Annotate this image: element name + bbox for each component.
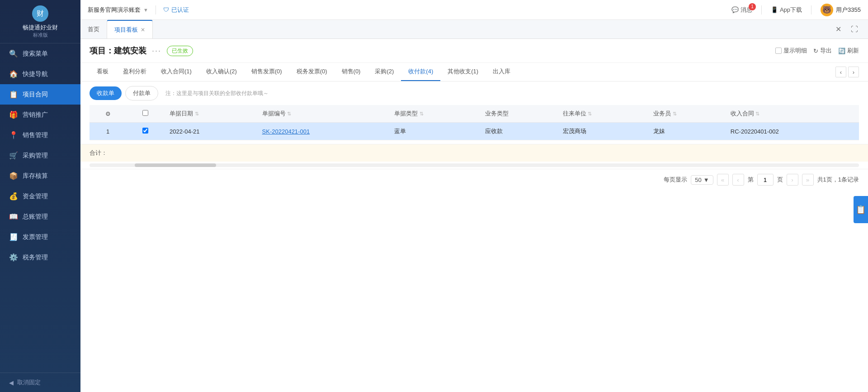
row-number-link[interactable]: SK-20220421-001 [262,128,310,135]
row-income-contract: RC-20220401-002 [725,123,859,140]
subnav: 看板 盈利分析 收入合同(1) 收入确认(2) 销售发票(0) 税务发票(0) … [80,63,868,81]
sort-icon[interactable]: ⇅ [755,111,760,116]
sidebar-logo: 财 畅捷通好业财 标准版 [0,0,80,43]
sort-icon[interactable]: ⇅ [287,111,291,116]
expand-window-button[interactable]: ⛶ [848,23,861,36]
row-checkbox [126,123,164,140]
table-wrapper: ⚙ 单据日期 ⇅ 单据编号 ⇅ [80,105,868,140]
export-icon: ↻ [813,48,818,54]
sidebar-item-sales[interactable]: 📍 销售管理 [0,125,80,145]
subnav-sales[interactable]: 销售(0) [335,63,368,81]
app-download-label: App下载 [780,6,802,14]
sort-icon[interactable]: ⇅ [673,111,677,116]
app-edition: 标准版 [33,32,48,38]
subnav-profit[interactable]: 盈利分析 [116,63,154,81]
tab-receipt[interactable]: 收款单 [90,86,122,100]
row-unit: 宏茂商场 [557,123,648,140]
prev-page-button[interactable]: ‹ [732,174,744,186]
subnav-income-contract[interactable]: 收入合同(1) [154,63,199,81]
last-page-button[interactable]: » [802,174,814,186]
col-income-contract: 收入合同 ⇅ [725,105,859,123]
subnav-tax-invoice[interactable]: 税务发票(0) [289,63,335,81]
sidebar-item-label: 库存核算 [23,172,48,180]
certified-label: 已认证 [171,6,189,14]
sidebar-item-marketing[interactable]: 🎁 营销推广 [0,105,80,125]
app-download-button[interactable]: 📱 App下载 [771,6,802,14]
sort-icon[interactable]: ⇅ [420,111,424,116]
sidebar-item-search[interactable]: 🔍 搜索菜单 [0,43,80,64]
scrollbar-area [80,162,868,169]
project-icon: 📋 [9,90,18,99]
subnav-purchase[interactable]: 采购(2) [368,63,401,81]
show-detail-label: 显示明细 [783,47,807,55]
home-tab-label: 首页 [88,25,99,33]
tab-project-board-label: 项目看板 [114,26,138,34]
sidebar-item-label: 采购管理 [23,152,48,160]
sidebar-item-label: 发票管理 [23,233,48,241]
sidebar-item-label: 搜索菜单 [23,50,48,58]
subnav-income-confirm[interactable]: 收入确认(2) [199,63,244,81]
subtab-hint: 注：这里是与项目关联的全部收付款单哦～ [165,90,269,97]
tab-project-board[interactable]: 项目看板 ✕ [107,20,153,38]
next-page-button[interactable]: › [787,174,798,186]
col-biz-type: 业务类型 [480,105,557,123]
sidebar-item-project[interactable]: 📋 项目合同 [0,84,80,105]
unpin-icon: ◀ [9,379,14,386]
sidebar-item-quicknav[interactable]: 🏠 快捷导航 [0,64,80,84]
per-page-select[interactable]: 50 ▼ [691,175,713,185]
sort-icon[interactable]: ⇅ [195,111,199,116]
topbar-project[interactable]: 新服务官网演示账套 ▼ [88,6,148,14]
close-window-button[interactable]: ✕ [832,23,844,36]
table-row[interactable]: 1 2022-04-21 SK-20220421-001 蓝单 应收款 宏茂商场… [90,123,859,140]
subnav-in-out[interactable]: 出入库 [486,63,518,81]
tab-payment[interactable]: 付款单 [125,86,158,100]
row-type: 蓝单 [389,123,479,140]
settings-icon[interactable]: ⚙ [105,110,111,117]
sidebar-item-tax[interactable]: ⚙️ 税务管理 [0,247,80,268]
subnav-other-expense[interactable]: 其他收支(1) [440,63,486,81]
tab-close-icon[interactable]: ✕ [141,27,145,33]
subnav-kanban[interactable]: 看板 [90,63,116,81]
user-profile-button[interactable]: 🐻 用户3355 [821,4,861,16]
unpin-button[interactable]: ◀ 取消固定 [0,373,80,392]
project-more-button[interactable]: ··· [152,46,161,56]
subnav-next-button[interactable]: › [848,67,859,77]
tabbar-window-actions: ✕ ⛶ [832,23,861,36]
sidebar-item-label: 快捷导航 [23,70,48,78]
show-detail-toggle[interactable]: 显示明细 [775,47,807,55]
scrollbar-thumb[interactable] [135,163,216,167]
subnav-sales-invoice[interactable]: 销售发票(0) [244,63,289,81]
table-body: 1 2022-04-21 SK-20220421-001 蓝单 应收款 宏茂商场… [90,123,859,140]
project-header-actions: 显示明细 ↻ 导出 🔄 刷新 [775,47,859,55]
tab-home[interactable]: 首页 [88,20,107,38]
float-action-button[interactable]: 📋 [854,196,868,223]
box-icon: 📦 [9,172,18,180]
tabbar: 首页 项目看板 ✕ ✕ ⛶ [80,20,868,39]
project-name: 建筑安装 [114,46,146,55]
subnav-receipt[interactable]: 收付款(4) [401,63,440,81]
sidebar-item-ledger[interactable]: 📖 总账管理 [0,206,80,227]
sort-icon[interactable]: ⇅ [588,111,592,116]
message-button[interactable]: 💬 消息 1 [731,6,752,14]
sidebar-item-purchase[interactable]: 🛒 采购管理 [0,145,80,166]
sidebar-item-invoice[interactable]: 🧾 发票管理 [0,227,80,247]
sidebar-item-label: 营销推广 [23,111,48,119]
receipt-icon: 🧾 [9,233,18,241]
sidebar-item-label: 销售管理 [23,131,48,139]
sidebar-item-inventory[interactable]: 📦 库存核算 [0,166,80,186]
per-page-label: 每页显示 [664,176,687,184]
per-page-dropdown-icon: ▼ [703,177,709,183]
row-select-checkbox[interactable] [142,128,148,134]
shield-icon: 🛡 [163,6,169,13]
col-settings[interactable]: ⚙ [90,105,126,123]
refresh-button[interactable]: 🔄 刷新 [838,47,859,55]
row-date: 2022-04-21 [164,123,257,140]
page-number-input[interactable] [757,174,774,186]
sidebar-item-finance[interactable]: 💰 资金管理 [0,186,80,206]
export-button[interactable]: ↻ 导出 [813,47,832,55]
money-icon: 💰 [9,192,18,201]
subnav-prev-button[interactable]: ‹ [835,67,846,77]
first-page-button[interactable]: « [717,174,729,186]
select-all-checkbox[interactable] [142,110,148,116]
page-label: 第 [748,176,754,184]
